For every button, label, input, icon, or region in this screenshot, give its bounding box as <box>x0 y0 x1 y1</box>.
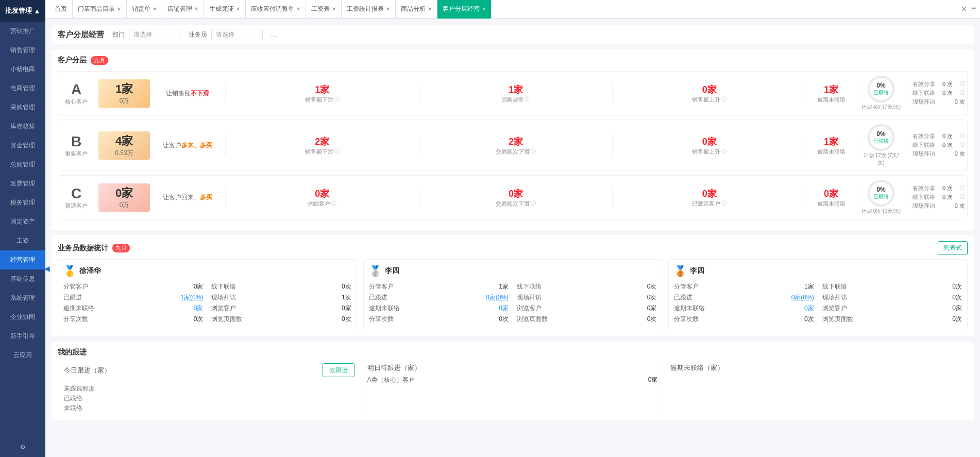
followup-val: 0家 <box>648 376 658 384</box>
tab-payroll-report[interactable]: 工资统计报表 ✕ <box>342 0 396 19</box>
tab-close-icon[interactable]: ✕ <box>482 6 486 12</box>
info-icon[interactable]: ⓘ <box>721 148 726 155</box>
info-icon[interactable]: ⓘ <box>721 96 726 103</box>
tier-stat-c[interactable]: 0家 0万 <box>98 183 150 212</box>
tier-metric-c-0[interactable]: 0家 休眠客户 ⓘ <box>230 188 415 208</box>
sidebar-item-label: 新手引导 <box>0 332 45 341</box>
dept-filter: 部门 请选择 <box>112 29 180 40</box>
tier-label-c: C 普通客户 <box>58 185 94 210</box>
sidebar-item-inventory[interactable]: 库存核算 <box>0 117 45 136</box>
info-icon[interactable]: ⓘ <box>721 200 726 207</box>
tab-close-all-icon[interactable]: ✕ <box>960 4 967 14</box>
tier-contact-c: 0家 逾期未联络 <box>810 188 852 208</box>
tier-row-a: A 核心客户 1家 0万 让销售额不下滑 1家 销售额下滑 ⓘ <box>58 71 968 115</box>
sidebar-item-ecommerce[interactable]: 电商管理 <box>0 79 45 98</box>
tab-close-icon[interactable]: ✕ <box>117 6 121 12</box>
tab-store-mgmt[interactable]: 店铺管理 ✕ <box>162 0 204 19</box>
tab-close-icon[interactable]: ✕ <box>236 6 240 12</box>
tab-close-icon[interactable]: ✕ <box>153 6 157 12</box>
staff-stat-row: 分管客户 0家 已跟进 1家(0%) 逾期未联络 0家 <box>63 281 203 325</box>
info-icon[interactable]: ⓘ <box>960 193 965 201</box>
tier-circle-a: 0% 已联络 计划 4次 (7天/次) <box>860 76 902 111</box>
sidebar-item-finance[interactable]: 资金管理 <box>0 136 45 155</box>
tier-metric-b-0[interactable]: 2家 销售额下滑 ⓘ <box>230 136 415 156</box>
sidebar-item-assets[interactable]: 固定资产 <box>0 212 45 231</box>
tab-home[interactable]: 首页 <box>49 0 73 19</box>
followup-section: 我的跟进 今日跟进（家） 去跟进 未跟踪程度 已联络 <box>52 342 974 420</box>
tier-metric-b-2[interactable]: 0家 销售额上升 ⓘ <box>617 136 802 156</box>
tier-metric-a-1[interactable]: 1家 回购异常 ⓘ <box>424 83 609 104</box>
tier-stat-b[interactable]: 4家 0.53万 <box>98 131 150 160</box>
sidebar-item-ledger[interactable]: 总账管理 <box>0 155 45 174</box>
tab-adjustment[interactable]: 应收应付调整单 ✕ <box>246 0 306 19</box>
sidebar-item-cloud[interactable]: 云应用 <box>0 346 45 365</box>
info-icon[interactable]: ⓘ <box>531 200 536 207</box>
sidebar-item-basic[interactable]: 基础信息 <box>0 269 45 289</box>
followup-section-header: 我的跟进 <box>58 348 968 357</box>
info-icon[interactable]: ⓘ <box>334 96 340 103</box>
info-icon[interactable]: ⓘ <box>531 148 536 155</box>
tier-metric-c-2[interactable]: 0家 已激活客户 ⓘ <box>617 188 802 208</box>
tab-close-icon[interactable]: ✕ <box>296 6 300 12</box>
sidebar-item-guide[interactable]: 新手引导 <box>0 327 45 346</box>
tab-product-analysis[interactable]: 商品分析 ✕ <box>396 0 437 19</box>
goto-followup-button[interactable]: 去跟进 <box>323 363 354 377</box>
info-icon[interactable]: ⓘ <box>960 184 965 192</box>
info-icon[interactable]: ⓘ <box>960 89 965 97</box>
tier-stat-a[interactable]: 1家 0万 <box>98 79 150 108</box>
tier-divider <box>612 187 613 208</box>
info-icon[interactable]: ⓘ <box>960 132 965 140</box>
followup-col-today: 今日跟进（家） 去跟进 未跟踪程度 已联络 未联络 <box>58 363 361 414</box>
info-icon[interactable]: ⓘ <box>960 141 965 149</box>
circle-chart-c: 0% 已联络 <box>868 180 894 207</box>
info-icon[interactable]: ⓘ <box>960 80 965 88</box>
info-icon[interactable]: ⓘ <box>525 96 530 103</box>
info-icon[interactable]: ⓘ <box>334 148 340 155</box>
sidebar-top[interactable]: 批发管理 ▲ <box>0 0 45 22</box>
tab-store-products[interactable]: 门店商品目录 ✕ <box>73 0 127 19</box>
sidebar-item-system[interactable]: 系统管理 <box>0 289 45 308</box>
tab-bar: 首页 门店商品目录 ✕ 销货单 ✕ 店铺管理 ✕ 生成凭证 ✕ 应收应付调整单 … <box>45 0 980 19</box>
staff-stat-col-right-1: 线下联络 0次 现场拜访 0次 浏览客户 0家 <box>517 281 656 325</box>
tab-close-icon[interactable]: ✕ <box>386 6 390 12</box>
sidebar-item-invoice[interactable]: 发票管理 <box>0 174 45 193</box>
tab-voucher[interactable]: 生成凭证 ✕ <box>204 0 246 19</box>
sidebar-item-tax[interactable]: 税务管理 <box>0 193 45 212</box>
tier-metric-a-2[interactable]: 0家 销售额上升 ⓘ <box>617 83 802 104</box>
filter-more[interactable]: ... <box>271 31 276 38</box>
tier-divider <box>225 83 226 104</box>
staff-card-2: 🥉 李四 分管客户 1家 已跟进 0家(0%) <box>668 259 968 330</box>
staff-select[interactable]: 请选择 <box>211 29 263 40</box>
tab-sales-order[interactable]: 销货单 ✕ <box>127 0 162 19</box>
sidebar-collapse-icon: ▲ <box>34 7 41 15</box>
sidebar-item-purchase[interactable]: 采购管理 <box>0 98 45 117</box>
sidebar-item-marketing[interactable]: 营销推广 <box>0 22 45 41</box>
followup-overdue-title: 逾期未联络（家） <box>670 364 724 371</box>
staff-section-title: 业务员数据统计 <box>58 244 108 253</box>
staff-name-2: 李四 <box>690 266 704 276</box>
tab-close-icon[interactable]: ✕ <box>332 6 336 12</box>
dept-select[interactable]: 请选择 <box>129 29 180 40</box>
followup-label: 已联络 <box>64 394 82 403</box>
tier-divider <box>225 135 226 156</box>
tier-metric-c-1[interactable]: 0家 交易频次下滑 ⓘ <box>424 188 609 208</box>
sidebar-item-sales[interactable]: 销售管理 <box>0 41 45 60</box>
tab-payroll[interactable]: 工资表 ✕ <box>306 0 342 19</box>
sidebar-item-ecommerce-small[interactable]: 小畅电商 <box>0 60 45 79</box>
sidebar-item-collab[interactable]: 企业协同 <box>0 308 45 327</box>
sidebar-item-label: 营销推广 <box>0 27 45 36</box>
info-icon[interactable]: ⓘ <box>331 200 336 207</box>
sidebar-item-payroll[interactable]: 工资 <box>0 231 45 250</box>
settings-button[interactable]: ⚙ <box>0 437 45 457</box>
sidebar-item-management[interactable]: 经营管理 ◀ <box>0 250 45 269</box>
tier-metric-a-0[interactable]: 1家 销售额下滑 ⓘ <box>230 83 415 104</box>
tab-customer-tier[interactable]: 客户分层经营 ✕ <box>437 0 492 19</box>
sidebar-item-label: 税务管理 <box>0 198 45 207</box>
customer-section-title: 客户分层 <box>58 56 87 65</box>
tab-menu-icon[interactable]: ≡ <box>971 4 976 14</box>
list-view-button[interactable]: 列表式 <box>938 241 968 255</box>
tier-metric-b-1[interactable]: 2家 交易频次下滑 ⓘ <box>424 136 609 156</box>
tab-close-icon[interactable]: ✕ <box>194 6 198 12</box>
tab-close-icon[interactable]: ✕ <box>428 6 432 12</box>
tier-divider <box>225 187 226 208</box>
